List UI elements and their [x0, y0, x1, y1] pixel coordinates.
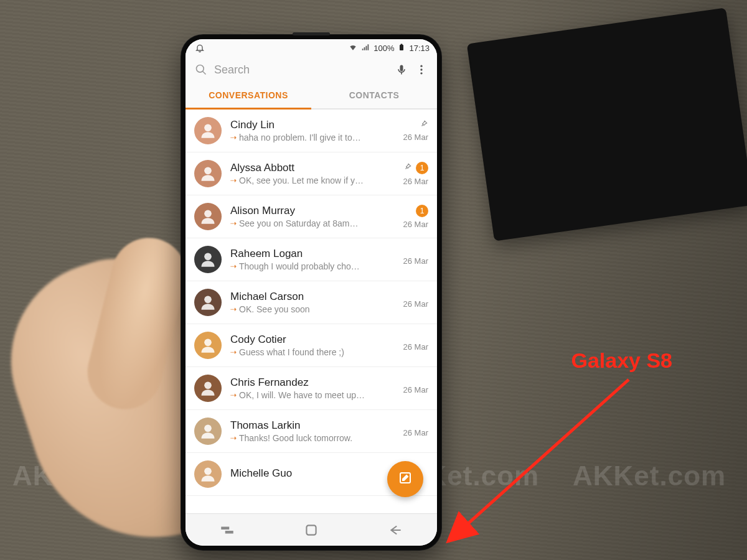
- outgoing-message-icon: ⇢: [230, 348, 237, 357]
- conversation-main: Thomas Larkin⇢Thanks! Good luck tomorrow…: [230, 419, 383, 443]
- contact-name: Cody Cotier: [230, 334, 383, 346]
- conversation-row[interactable]: Raheem Logan⇢Though I would probably cho…: [186, 238, 437, 281]
- svg-point-2: [197, 65, 204, 73]
- battery-icon: [398, 43, 405, 54]
- clock-time: 17:13: [409, 44, 430, 53]
- conversation-row[interactable]: Thomas Larkin⇢Thanks! Good luck tomorrow…: [186, 410, 437, 453]
- conversation-row[interactable]: Alyssa Abbott⇢OK, see you. Let me know i…: [186, 152, 437, 195]
- outgoing-message-icon: ⇢: [230, 262, 237, 271]
- conversation-row[interactable]: Chris Fernandez⇢OK, I will. We have to m…: [186, 367, 437, 410]
- unread-badge: 1: [416, 205, 428, 217]
- conversation-main: Chris Fernandez⇢OK, I will. We have to m…: [230, 376, 383, 400]
- svg-point-15: [204, 425, 212, 432]
- svg-rect-0: [400, 45, 403, 50]
- message-preview: ⇢Thanks! Good luck tomorrow.: [230, 433, 383, 443]
- nav-home-icon[interactable]: [303, 522, 319, 538]
- message-preview-text: OK, I will. We have to meet up…: [239, 390, 365, 400]
- tab-bar: CONVERSATIONS CONTACTS: [186, 83, 437, 110]
- conversation-meta: 26 Mar: [392, 254, 428, 266]
- avatar: [194, 160, 222, 187]
- message-date: 26 Mar: [403, 342, 428, 352]
- conversation-meta: 126 Mar: [392, 162, 428, 186]
- message-date: 26 Mar: [403, 428, 428, 437]
- message-date: 26 Mar: [403, 177, 428, 186]
- message-preview-text: OK. See you soon: [239, 304, 310, 314]
- outgoing-message-icon: ⇢: [230, 176, 237, 185]
- search-placeholder: Search: [214, 63, 388, 77]
- nav-back-icon[interactable]: [387, 522, 403, 538]
- voice-search-icon[interactable]: [395, 63, 408, 77]
- svg-point-8: [204, 124, 212, 132]
- search-icon: [194, 63, 208, 77]
- outgoing-message-icon: ⇢: [230, 391, 237, 399]
- phone-frame: 100% 17:13 Search CONVERSATIONS CONTA: [181, 34, 442, 551]
- conversation-meta: 26 Mar: [392, 426, 428, 437]
- message-date: 26 Mar: [403, 133, 428, 142]
- tab-contacts[interactable]: CONTACTS: [311, 83, 437, 110]
- avatar: [194, 332, 222, 359]
- message-preview-text: Though I would probably cho…: [239, 261, 360, 271]
- svg-point-6: [420, 68, 422, 70]
- conversation-main: Michelle Guo: [230, 467, 383, 481]
- contact-name: Alyssa Abbott: [230, 162, 383, 174]
- message-date: 26 Mar: [403, 299, 428, 309]
- svg-point-14: [204, 382, 212, 390]
- message-date: 26 Mar: [403, 256, 428, 266]
- message-preview-text: haha no problem. I'll give it to…: [239, 133, 361, 142]
- avatar: [194, 246, 222, 273]
- nav-recents-icon[interactable]: [219, 522, 235, 538]
- conversation-meta: 26 Mar: [392, 340, 428, 352]
- compose-fab[interactable]: [387, 461, 423, 497]
- status-bar: 100% 17:13: [186, 39, 437, 57]
- avatar: [194, 203, 222, 230]
- contact-name: Raheem Logan: [230, 248, 383, 260]
- conversation-row[interactable]: Cody Cotier⇢Guess what I found there ;)2…: [186, 324, 437, 367]
- avatar: [194, 375, 222, 402]
- avatar: [194, 289, 222, 316]
- contact-name: Alison Murray: [230, 205, 383, 217]
- conversation-row[interactable]: Michael Carson⇢OK. See you soon26 Mar: [186, 281, 437, 324]
- message-preview: ⇢Guess what I found there ;): [230, 347, 383, 357]
- watermark: AKKet.com: [573, 460, 726, 492]
- conversation-row[interactable]: Alison Murray⇢See you on Saturday at 8am…: [186, 195, 437, 238]
- unread-badge: 1: [416, 162, 428, 174]
- wifi-icon: [349, 43, 357, 54]
- conversation-main: Michael Carson⇢OK. See you soon: [230, 291, 383, 314]
- message-date: 26 Mar: [403, 220, 428, 229]
- message-preview: ⇢OK. See you soon: [230, 304, 383, 314]
- svg-rect-4: [400, 65, 403, 72]
- signal-icon: [361, 43, 370, 54]
- message-preview: ⇢OK, I will. We have to meet up…: [230, 390, 383, 400]
- svg-point-12: [204, 296, 212, 304]
- conversation-meta: 26 Mar: [392, 383, 428, 394]
- contact-name: Thomas Larkin: [230, 419, 383, 432]
- outgoing-message-icon: ⇢: [230, 133, 237, 142]
- contact-name: Cindy Lin: [230, 119, 383, 131]
- conversation-main: Cindy Lin⇢haha no problem. I'll give it …: [230, 119, 383, 142]
- pin-icon: [403, 162, 412, 173]
- conversation-meta: 26 Mar: [392, 119, 428, 142]
- avatar: [194, 418, 222, 445]
- phone-speaker: [293, 32, 330, 35]
- message-date: 26 Mar: [403, 385, 428, 394]
- outgoing-message-icon: ⇢: [230, 219, 237, 228]
- conversation-main: Raheem Logan⇢Though I would probably cho…: [230, 248, 383, 271]
- conversation-meta: 26 Mar: [392, 297, 428, 309]
- search-bar[interactable]: Search: [186, 57, 437, 83]
- avatar: [194, 460, 222, 488]
- message-preview: ⇢OK, see you. Let me know if y…: [230, 175, 383, 185]
- conversation-main: Cody Cotier⇢Guess what I found there ;): [230, 334, 383, 357]
- svg-point-13: [204, 339, 212, 347]
- tab-conversations[interactable]: CONVERSATIONS: [186, 83, 311, 110]
- conversation-row[interactable]: Cindy Lin⇢haha no problem. I'll give it …: [186, 110, 437, 152]
- svg-point-5: [420, 65, 422, 67]
- message-preview-text: See you on Saturday at 8am…: [239, 218, 358, 228]
- message-preview: ⇢Though I would probably cho…: [230, 261, 383, 271]
- svg-point-16: [204, 468, 212, 475]
- message-preview-text: Guess what I found there ;): [239, 347, 344, 357]
- svg-point-10: [204, 210, 212, 218]
- more-options-icon[interactable]: [415, 63, 428, 77]
- message-preview: ⇢haha no problem. I'll give it to…: [230, 133, 383, 142]
- conversation-meta: 126 Mar: [392, 205, 428, 229]
- conversation-list[interactable]: Cindy Lin⇢haha no problem. I'll give it …: [186, 110, 437, 513]
